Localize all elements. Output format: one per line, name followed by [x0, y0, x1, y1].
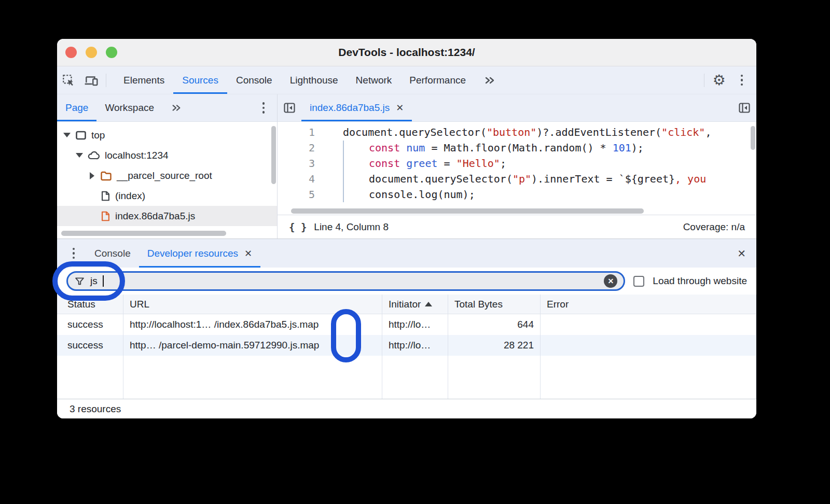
line-number[interactable]: 5: [278, 188, 315, 201]
gear-icon: ⚙: [712, 73, 725, 88]
code-line-1: 1document.querySelector("button")?.addEv…: [278, 124, 756, 140]
editor-tab-index-js[interactable]: index.86da7ba5.js ✕: [301, 94, 412, 121]
drawer-tab-developer-resources[interactable]: Developer resources✕: [139, 239, 260, 268]
device-toolbar-icon: [84, 74, 99, 87]
table-header-cell-error[interactable]: Error: [541, 295, 756, 314]
frame-icon: [75, 129, 87, 142]
devtools-main-toolbar: ElementsSourcesConsoleLighthouseNetworkP…: [57, 66, 756, 94]
coverage-status: Coverage: n/a: [683, 221, 745, 233]
tab-workspace[interactable]: Workspace: [96, 94, 162, 121]
more-panels-button[interactable]: [475, 66, 505, 94]
chevron-double-right-icon: [171, 103, 182, 113]
editor-vertical-scrollbar[interactable]: [751, 126, 755, 150]
expand-caret-icon[interactable]: [87, 172, 96, 179]
code-line-3: 3const greet = "Hello";: [278, 156, 756, 171]
inspect-cursor-icon: [62, 74, 75, 87]
load-through-website-label: Load through website: [653, 275, 747, 287]
kebab-menu-icon: [732, 71, 751, 90]
tree-item-top[interactable]: top: [57, 125, 277, 145]
navigator-tab-strip: Page Workspace: [57, 94, 277, 122]
collapse-caret-icon[interactable]: [75, 153, 84, 158]
funnel-filter-icon: [74, 276, 85, 287]
drawer-status-bar: 3 resources: [57, 399, 756, 418]
drawer-tab-console[interactable]: Console: [86, 239, 139, 268]
close-tab-icon[interactable]: ✕: [396, 102, 404, 114]
text-cursor: [103, 275, 104, 287]
navigator-menu-button[interactable]: [254, 99, 273, 117]
sidebar-horizontal-scrollbar[interactable]: [61, 231, 226, 236]
drawer-menu-button[interactable]: [64, 244, 83, 263]
table-row[interactable]: successhttp… /parcel-demo-main.59712990.…: [57, 335, 756, 356]
tab-sources[interactable]: Sources: [173, 66, 227, 94]
tab-elements[interactable]: Elements: [115, 66, 173, 94]
main-menu-button[interactable]: [730, 66, 753, 94]
document-icon: [100, 190, 111, 202]
tree-item-parcel-source-root[interactable]: __parcel_source_root: [57, 165, 277, 186]
code-editor[interactable]: 1document.querySelector("button")?.addEv…: [278, 122, 756, 215]
editor-status-bar: { } Line 4, Column 8 Coverage: n/a: [278, 215, 756, 239]
cell-error: [541, 335, 756, 356]
cloud-icon: [87, 149, 101, 162]
settings-button[interactable]: ⚙: [708, 66, 730, 94]
file-tree: top localhost:1234 __parcel_source_root: [57, 122, 277, 239]
traffic-lights: [65, 39, 117, 66]
sidebar-vertical-scrollbar[interactable]: [271, 126, 276, 184]
title-bar: DevTools - localhost:1234/: [57, 39, 756, 66]
tree-item-localhost[interactable]: localhost:1234: [57, 145, 277, 165]
tab-page[interactable]: Page: [57, 94, 96, 121]
drawer-panel: ConsoleDeveloper resources✕ ✕ js ✕ Load …: [57, 239, 756, 418]
table-header-cell-status[interactable]: Status: [61, 295, 123, 314]
close-drawer-tab-icon[interactable]: ✕: [244, 248, 252, 259]
cell-total-bytes: 644: [448, 314, 541, 335]
toolbar-divider-right: [704, 74, 704, 87]
table-header-cell-total-bytes[interactable]: Total Bytes: [448, 295, 541, 314]
cell-url: http://localhost:1… /index.86da7ba5.js.m…: [123, 314, 382, 335]
editor-horizontal-scrollbar[interactable]: [291, 208, 644, 214]
window-title: DevTools - localhost:1234/: [338, 46, 475, 59]
device-toolbar-button[interactable]: [80, 66, 103, 94]
drawer-tab-strip: ConsoleDeveloper resources✕ ✕: [57, 239, 756, 268]
line-number[interactable]: 3: [278, 157, 315, 170]
cursor-position: Line 4, Column 8: [314, 221, 389, 233]
chevron-double-right-icon: [483, 75, 496, 86]
cell-initiator: http://lo…: [382, 335, 448, 356]
tree-item-index[interactable]: (index): [57, 186, 277, 206]
devtools-window: DevTools - localhost:1234/ Elem: [57, 39, 756, 418]
line-number[interactable]: 1: [278, 126, 315, 138]
clear-filter-button[interactable]: ✕: [604, 274, 617, 288]
pretty-print-icon[interactable]: { }: [289, 221, 307, 233]
tab-console[interactable]: Console: [227, 66, 281, 94]
resource-count: 3 resources: [70, 403, 121, 415]
navigator-sidebar: Page Workspace: [57, 94, 278, 239]
more-navigator-tabs-button[interactable]: [162, 94, 190, 121]
minimize-window-button[interactable]: [86, 47, 97, 58]
sources-workspace: Page Workspace: [57, 94, 756, 239]
table-header-cell-url[interactable]: URL: [123, 295, 382, 314]
source-editor-pane: index.86da7ba5.js ✕ 1document.querySelec…: [278, 94, 756, 239]
table-header-cell-initiator[interactable]: Initiator: [382, 295, 448, 314]
line-number[interactable]: 2: [278, 142, 315, 154]
table-row[interactable]: successhttp://localhost:1… /index.86da7b…: [57, 314, 756, 335]
inspect-element-button[interactable]: [57, 66, 80, 94]
filter-input[interactable]: js ✕: [66, 271, 625, 291]
load-through-website-checkbox[interactable]: [633, 276, 644, 287]
toolbar-divider: [106, 74, 106, 87]
cell-total-bytes: 28 221: [448, 335, 541, 356]
cell-initiator: http://lo…: [382, 314, 448, 335]
toggle-navigator-button[interactable]: [278, 94, 301, 121]
tab-lighthouse[interactable]: Lighthouse: [281, 66, 347, 94]
close-window-button[interactable]: [65, 47, 77, 58]
zoom-window-button[interactable]: [106, 47, 117, 58]
panel-right-toggle-icon: [738, 102, 751, 114]
close-drawer-icon[interactable]: ✕: [737, 247, 746, 260]
toggle-debugger-sidebar-button[interactable]: [732, 94, 756, 121]
cell-status: success: [61, 335, 123, 356]
tab-performance[interactable]: Performance: [400, 66, 475, 94]
tab-network[interactable]: Network: [347, 66, 401, 94]
tree-item-index-js[interactable]: index.86da7ba5.js: [57, 206, 277, 226]
line-number[interactable]: 4: [278, 173, 315, 185]
collapse-caret-icon[interactable]: [62, 133, 72, 137]
cell-error: [541, 314, 756, 335]
code-line-2: 2const num = Math.floor(Math.random() * …: [278, 140, 756, 156]
code-line-5: 5console.log(num);: [278, 187, 756, 202]
